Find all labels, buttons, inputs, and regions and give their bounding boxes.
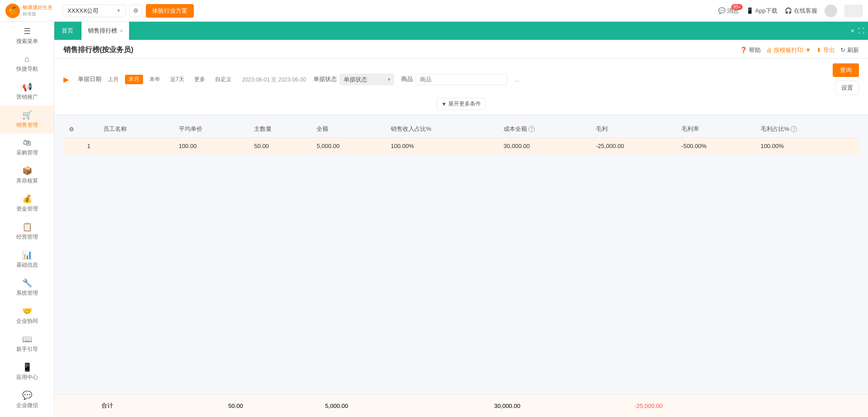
sidebar-item-label: 应用中心 (16, 374, 38, 381)
logo-sub: 标准版 (23, 11, 53, 17)
print-icon: 🖨 (766, 47, 772, 53)
header-actions: ❓ 帮助 🖨 按模板打印 ▼ ⬇ 导出 ↻ (740, 46, 859, 54)
help-icon: ❓ (740, 47, 747, 53)
basic-info-icon: 📊 (22, 250, 32, 260)
online-service-label: 在线客服 (794, 7, 817, 15)
gear-icon: ⚙ (133, 7, 139, 14)
guide-icon: 📖 (22, 334, 32, 344)
sidebar-item-wechat[interactable]: 💬 企业微信 (0, 386, 54, 414)
company-name: XXXXX公司 (67, 7, 99, 15)
export-button[interactable]: ⬇ 导出 (816, 46, 835, 54)
sidebar-item-guide[interactable]: 📖 新手引导 (0, 330, 54, 358)
date-range-text: 2023-06-01 至 2023-06-30 (242, 76, 306, 84)
date-tab-prev-month[interactable]: 上月 (104, 75, 122, 84)
filter-area: ▶ 单据日期 上月 本月 本年 近7天 更多 自定义 (54, 59, 868, 115)
tab-bar: 首页 销售排行榜 × × ⛶ (54, 22, 868, 40)
date-tab-current-month[interactable]: 本月 (125, 75, 143, 84)
sidebar-item-search-order[interactable]: ☰ 搜索菜单 (0, 22, 54, 50)
message-button[interactable]: 💬 消息 99+ (718, 7, 739, 15)
row-qty-cell: 50.00 (249, 138, 311, 154)
table-area: ⚙ 员工名称 平均单价 主数量 全额 销售收入占比% 成本 (54, 115, 868, 394)
row-settings-cell (63, 138, 80, 154)
sidebar-item-system[interactable]: 🔧 系统管理 (0, 273, 54, 302)
footer-total-label: 合计 (96, 399, 182, 412)
col-settings[interactable]: ⚙ (63, 120, 80, 138)
date-tab-year[interactable]: 本年 (146, 75, 164, 84)
date-tab-more[interactable]: 更多 (191, 75, 209, 84)
filter-status: 单据状态 单据状态 ▼ (313, 74, 394, 85)
footer-qty-cell: 50.00 (223, 399, 320, 412)
sidebar-item-marketing[interactable]: 📢 营销推广 (0, 77, 54, 105)
chevron-down-icon: ▼ (441, 101, 447, 107)
row-rank-cell: 1 (80, 138, 98, 154)
cost-info-icon[interactable]: ? (528, 126, 535, 132)
sidebar-item-basic-info[interactable]: 📊 基础信息 (0, 245, 54, 273)
filter-collapse-icon[interactable]: ▶ (63, 75, 69, 84)
table-row: 1 100.00 50.00 5,000.00 100.00% 30,000.0… (63, 138, 859, 154)
footer-cost-cell: 30,000.00 (489, 399, 629, 412)
app-download-button[interactable]: 📱 App下载 (746, 7, 777, 15)
sidebar-item-inventory[interactable]: 📦 库存核算 (0, 161, 54, 189)
row-gross-rate-cell: -500.00% (676, 138, 755, 154)
refresh-icon: ↻ (840, 47, 845, 53)
app-download-label: App下载 (755, 7, 777, 15)
date-tab-custom[interactable]: 自定义 (211, 75, 235, 84)
query-button[interactable]: 查询 (833, 63, 859, 77)
sidebar-item-label: 销售管理 (16, 121, 38, 129)
app-download-icon: 📱 (746, 7, 753, 14)
sidebar-item-sales[interactable]: 🛒 销售管理 (0, 105, 54, 134)
filter-more-icon[interactable]: ... (514, 76, 519, 83)
chevron-down-icon: ▼ (116, 8, 121, 13)
col-avg-price: 平均单价 (173, 120, 249, 138)
company-selector[interactable]: XXXXX公司 ▼ (62, 5, 126, 17)
page-header: 销售排行榜(按业务员) ❓ 帮助 🖨 按模板打印 ▼ ⬇ (54, 40, 868, 59)
sidebar-item-finance[interactable]: 💰 资金管理 (0, 189, 54, 217)
footer-gross-rate-cell (777, 399, 818, 412)
system-icon: 🔧 (22, 278, 32, 288)
tab-sales-ranking[interactable]: 销售排行榜 × (82, 22, 129, 40)
sidebar-item-member[interactable]: V 畅会员 (0, 414, 54, 417)
tab-maximize-icon[interactable]: ⛶ (858, 27, 864, 34)
message-badge: 99+ (731, 4, 743, 10)
gross-ratio-info-icon[interactable]: ? (791, 126, 797, 132)
refresh-button[interactable]: ↻ 刷新 (840, 46, 859, 54)
row-gross-cell: -25,000.00 (590, 138, 676, 154)
tab-close-icon[interactable]: × (120, 28, 123, 34)
avatar[interactable] (825, 5, 837, 17)
sidebar-item-purchase[interactable]: 🛍 采购管理 (0, 134, 54, 161)
logo-text: 畅康通好生意 (23, 4, 53, 10)
finance-icon: 💰 (22, 194, 32, 204)
online-service-button[interactable]: 🎧 在线客服 (785, 7, 817, 15)
sidebar-item-operations[interactable]: 📋 经营管理 (0, 217, 54, 245)
sidebar-item-app-center[interactable]: 📱 应用中心 (0, 358, 54, 386)
sidebar-item-label: 基础信息 (16, 261, 38, 269)
footer-gross-cell: -25,000.00 (629, 399, 777, 412)
row-cost-cell: 30,000.00 (498, 138, 590, 154)
date-tabs: 上月 本月 本年 近7天 更多 自定义 (104, 75, 235, 84)
operations-icon: 📋 (22, 222, 32, 232)
logo-area: 🍊 畅康通好生意 标准版 (5, 4, 59, 18)
col-amount: 全额 (311, 120, 385, 138)
search-menu-icon: ☰ (24, 26, 31, 36)
user-name-area (844, 5, 863, 17)
settings-button[interactable]: ⚙ (129, 5, 142, 17)
help-button[interactable]: ❓ 帮助 (740, 46, 761, 54)
tab-home[interactable]: 首页 (54, 22, 81, 40)
col-cost: 成本全额 ? (498, 120, 590, 138)
date-tab-7days[interactable]: 近7天 (167, 75, 188, 84)
sidebar-item-label: 库存核算 (16, 177, 38, 185)
inventory-icon: 📦 (22, 166, 32, 176)
sidebar-item-label: 搜索菜单 (16, 38, 38, 45)
purchase-icon: 🛍 (23, 138, 31, 148)
sidebar-item-enterprise[interactable]: 🤝 企业协同 (0, 302, 54, 330)
sidebar-item-quick-nav[interactable]: ⌂ 快捷导航 (0, 50, 54, 77)
print-button[interactable]: 🖨 按模板打印 ▼ (766, 46, 811, 54)
filter-date: 单据日期 上月 本月 本年 近7天 更多 自定义 (78, 75, 235, 84)
try-industry-button[interactable]: 体验行业方案 (146, 4, 194, 18)
tab-sales-ranking-label: 销售排行榜 (88, 27, 117, 35)
tab-close-window-icon[interactable]: × (851, 27, 854, 34)
expand-more-button[interactable]: ▼ 展开更多条件 (436, 98, 486, 110)
filter-settings-button[interactable]: 设置 (835, 81, 859, 95)
status-select[interactable]: 单据状态 (340, 74, 394, 85)
goods-input[interactable] (416, 74, 507, 85)
